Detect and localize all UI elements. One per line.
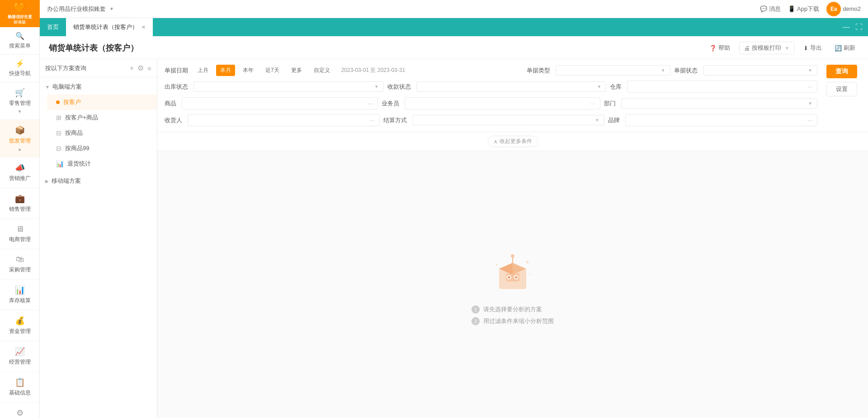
tree-parent-mobile[interactable]: ▶ 移动端方案 (40, 173, 157, 189)
print-button[interactable]: 🖨 按模板打印 ▼ (739, 42, 794, 54)
refresh-label: 刷新 (844, 44, 855, 52)
search-menu-item[interactable]: 🔍 搜索菜单 (0, 27, 39, 55)
date-7days[interactable]: 近7天 (261, 65, 283, 76)
help-button[interactable]: ❓ 帮助 (706, 42, 734, 54)
empty-tip-2: 2 用过滤条件来缩小分析范围 (472, 317, 554, 325)
scheme-icon: ⊞ (56, 114, 61, 121)
bill-type-select[interactable]: ▼ (556, 65, 670, 76)
sidebar-item-basic[interactable]: 📋 基础信息 (0, 372, 39, 403)
tree-item-by-customer-goods[interactable]: ⊞ 按客户+商品 (47, 110, 157, 125)
more-options-icon[interactable]: ··· (807, 83, 812, 90)
tree-item-by-goods99[interactable]: ⊟ 按商品99 (47, 141, 157, 156)
message-button[interactable]: 💬 消息 (760, 5, 781, 13)
stock-out-select[interactable]: ▼ (193, 81, 384, 92)
more-options-icon[interactable]: ··· (590, 100, 595, 107)
sidebar-item-sales[interactable]: 💼 销售管理 (0, 188, 39, 219)
scheme-icon: ⊟ (56, 129, 61, 137)
sidebar-item-ecommerce[interactable]: 🖥 电商管理 (0, 219, 39, 249)
quick-nav-label: 快捷导航 (9, 70, 31, 77)
sidebar-item-business[interactable]: 📈 经营管理 (0, 341, 39, 372)
message-label: 消息 (769, 5, 781, 13)
settings-button[interactable]: 设置 (826, 82, 857, 96)
receipt-status-label: 收款状态 (387, 83, 413, 91)
sidebar-item-marketing[interactable]: 📣 营销推广 (0, 157, 39, 188)
tree-parent-desktop[interactable]: ▼ 电脑端方案 (40, 79, 157, 95)
tab-bar: 首页 销货单统计表（按客户） ✕ — ⛶ (40, 18, 868, 36)
date-this-month[interactable]: 本月 (216, 65, 235, 76)
panel-actions: + ⚙ « (130, 64, 151, 72)
close-tab-icon[interactable]: ✕ (142, 24, 146, 30)
refresh-icon: 🔄 (835, 45, 842, 52)
export-icon: ⬇ (803, 45, 808, 52)
tree-item-by-customer[interactable]: 按客户 (47, 95, 157, 110)
bill-status-select[interactable]: ▼ (703, 65, 817, 76)
goods-label: 商品 (165, 100, 178, 108)
tab-sales-stats[interactable]: 销货单统计表（按客户） ✕ (66, 18, 153, 36)
date-selector: 上月 本月 本年 近7天 更多 自定义 2023-03-01 至 2023-03… (193, 65, 405, 76)
tree-parent-label: 电脑端方案 (52, 83, 82, 91)
settings-scheme-icon[interactable]: ⚙ (137, 64, 144, 72)
empty-tips: 1 请先选择要分析的方案 2 用过滤条件来缩小分析范围 (472, 305, 554, 325)
quick-nav-item[interactable]: ⚡ 快捷导航 (0, 55, 39, 82)
add-scheme-button[interactable]: + (130, 64, 134, 72)
sidebar-item-wholesale[interactable]: 📦 批发管理 ▲ (0, 120, 39, 157)
sidebar-item-label: 采购管理 (9, 266, 31, 274)
bill-status-label: 单据状态 (674, 66, 699, 75)
salesperson-select[interactable]: ··· (405, 97, 601, 109)
header-left: 办公用品行业模拟账套 ▼ (47, 5, 114, 13)
refresh-button[interactable]: 🔄 刷新 (831, 42, 859, 54)
tip-text-2: 用过滤条件来缩小分析范围 (483, 317, 554, 325)
tab-home[interactable]: 首页 (40, 18, 66, 36)
sidebar-item-retail[interactable]: 🛒 零售管理 ▼ (0, 82, 39, 120)
department-select[interactable]: ▼ (621, 98, 817, 109)
empty-state: ✦ ✦ ✦ 1 请先选择要分析的方案 2 (157, 151, 868, 418)
app-download-button[interactable]: 📱 App下载 (788, 5, 819, 13)
filter-area: 单据日期 上月 本月 本年 近7天 更多 自定义 2023-03-01 至 20… (157, 59, 868, 132)
goods-select[interactable]: ··· (182, 97, 378, 109)
date-last-month[interactable]: 上月 (193, 65, 212, 76)
query-button[interactable]: 查询 (826, 65, 857, 78)
tab-bar-actions: — ⛶ (841, 21, 868, 33)
maximize-icon[interactable]: ⛶ (854, 21, 864, 33)
page-header: 销货单统计表（按客户） ❓ 帮助 🖨 按模板打印 ▼ ⬇ 导出 (40, 36, 868, 59)
main-content: 按以下方案查询 + ⚙ « ▼ 电脑端方案 (40, 59, 868, 418)
nav-icon: ⚡ (15, 59, 24, 68)
export-button[interactable]: ⬇ 导出 (800, 42, 826, 54)
minimize-icon[interactable]: — (841, 21, 852, 33)
more-options-icon[interactable]: ··· (370, 117, 375, 124)
user-name: demo2 (843, 5, 861, 12)
warehouse-select[interactable]: ··· (627, 81, 817, 93)
sidebar-item-system[interactable]: ⚙ 系统管理 (0, 403, 39, 418)
sidebar-item-purchase[interactable]: 🛍 采购管理 (0, 249, 39, 280)
main-area: 办公用品行业模拟账套 ▼ 💬 消息 📱 App下载 Ea demo2 首页 (40, 0, 868, 418)
user-profile[interactable]: Ea demo2 (826, 2, 861, 16)
settle-select[interactable]: ▼ (412, 115, 604, 125)
purchase-icon: 🛍 (16, 255, 24, 264)
tip-num-1: 1 (472, 305, 480, 314)
recipient-select[interactable]: ··· (188, 114, 380, 126)
sidebar-item-inventory[interactable]: 📊 库存核算 (0, 280, 39, 310)
sidebar-item-finance[interactable]: 💰 资金管理 (0, 310, 39, 341)
panel-title: 按以下方案查询 (45, 64, 86, 72)
more-options-icon[interactable]: ··· (368, 100, 373, 107)
chevron-down-icon: ▼ (18, 109, 22, 114)
more-options-icon[interactable]: ··· (807, 117, 812, 124)
print-icon: 🖨 (744, 45, 750, 52)
print-dropdown-icon[interactable]: ▼ (785, 46, 789, 51)
wholesale-icon: 📦 (15, 125, 25, 135)
chevron-down-icon: ▼ (661, 68, 665, 73)
date-more[interactable]: 更多 (287, 65, 306, 76)
avatar-text: Ea (830, 6, 837, 12)
date-custom[interactable]: 自定义 (310, 65, 334, 76)
collapse-panel-icon[interactable]: « (147, 64, 151, 72)
receipt-status-select[interactable]: ▼ (416, 81, 607, 92)
logo-sub: 标准版 (14, 19, 26, 25)
expand-icon: ▶ (45, 179, 49, 184)
tree-item-return-stats[interactable]: 📊 退货统计 (47, 156, 157, 171)
industry-dropdown-icon[interactable]: ▼ (109, 6, 114, 11)
date-this-year[interactable]: 本年 (239, 65, 258, 76)
brand-select[interactable]: ··· (625, 114, 817, 126)
tree-item-by-goods[interactable]: ⊟ 按商品 (47, 125, 157, 141)
collapse-button[interactable]: ∧ 收起更多条件 (488, 136, 538, 147)
industry-name: 办公用品行业模拟账套 (47, 5, 106, 13)
